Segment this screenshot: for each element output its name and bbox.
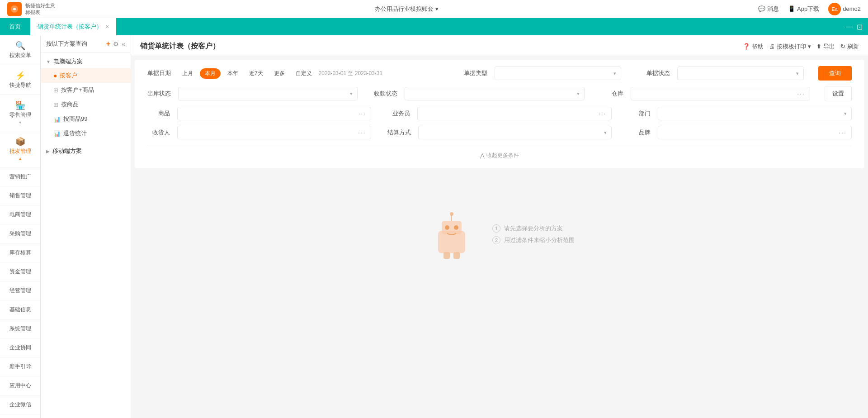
date-last-7days-btn[interactable]: 近7天 — [245, 68, 267, 79]
salesperson-label: 业务员 — [387, 109, 410, 118]
chart2-icon: 📊 — [53, 130, 61, 137]
consignee-select[interactable]: ··· — [177, 126, 371, 139]
sidebar: 🔍 搜索菜单 ⚡ 快捷导航 🏪 零售管理 ▾ 📦 批发管理 ▴ 营销推广 销售管… — [0, 35, 41, 418]
outbound-status-select[interactable]: ▾ — [178, 87, 358, 100]
product-dots-icon: ··· — [359, 110, 367, 117]
settlement-select[interactable]: ▾ — [418, 126, 612, 139]
sidebar-item-search-menu[interactable]: 🔍 搜索菜单 — [0, 35, 40, 65]
sidebar-item-app-center[interactable]: 应用中心 — [0, 376, 40, 395]
sidebar-item-member[interactable]: 畅会员 — [0, 414, 40, 418]
salesperson-select[interactable]: ··· — [417, 107, 611, 120]
tip-num-2: 2 — [492, 236, 500, 244]
sidebar-item-ecommerce[interactable]: 电商管理 — [0, 205, 40, 224]
svg-point-4 — [454, 225, 458, 230]
content-area: 按以下方案查询 + ⚙ « ▼ 电脑端方案 ● 按客户 ⊞ — [41, 35, 868, 418]
refresh-btn[interactable]: ↻ 刷新 — [840, 43, 859, 51]
date-current-month-btn[interactable]: 本月 — [200, 68, 221, 79]
add-scheme-btn[interactable]: + — [106, 40, 110, 48]
scheme-item-by-product[interactable]: ⊞ 按商品 — [41, 97, 131, 112]
department-select[interactable]: ▾ — [658, 107, 852, 120]
scheme-item-by-customer[interactable]: ● 按客户 — [41, 68, 131, 83]
collection-status-select[interactable]: ▾ — [405, 87, 584, 100]
page-header: 销货单统计表（按客户） ❓ 帮助 🖨 按模板打印 ▾ ⬆ 导出 — [131, 35, 868, 56]
sidebar-item-new-guide[interactable]: 新手引导 — [0, 357, 40, 376]
date-last-month-btn[interactable]: 上月 — [178, 68, 197, 79]
page-title: 销货单统计表（按客户） — [140, 42, 220, 51]
scheme-item-return-stats[interactable]: 📊 退货统计 — [41, 126, 131, 141]
tab-home[interactable]: 首页 — [0, 18, 30, 35]
filter-row-2: 出库状态 ▾ 收款状态 ▾ 仓库 ··· — [147, 86, 852, 101]
header-right: 💬 消息 📱 App下载 Ea demo2 — [758, 3, 861, 15]
sidebar-item-purchase[interactable]: 采购管理 — [0, 224, 40, 243]
sidebar-item-operations[interactable]: 经营管理 — [0, 281, 40, 300]
doc-status-select[interactable]: ▾ — [677, 66, 804, 80]
product-select[interactable]: ··· — [177, 107, 371, 120]
svg-rect-5 — [443, 252, 450, 259]
sidebar-item-quick-nav[interactable]: ⚡ 快捷导航 — [0, 65, 40, 95]
settings-btn[interactable]: 设置 — [825, 86, 852, 101]
collection-label: 收款状态 — [374, 90, 397, 98]
logo-text: 畅捷信好生意 标报表 — [25, 2, 55, 15]
sidebar-item-system[interactable]: 系统管理 — [0, 319, 40, 338]
query-btn[interactable]: 查询 — [818, 66, 852, 81]
export-icon: ⬆ — [816, 43, 821, 50]
scheme-item-by-product-99[interactable]: 📊 按商品99 — [41, 112, 131, 126]
doc-status-chevron-icon: ▾ — [796, 71, 799, 76]
expand-arrow-icon: ▼ — [46, 59, 51, 64]
outbound-chevron-icon: ▾ — [350, 91, 353, 97]
tab-close-btn[interactable]: × — [106, 24, 109, 30]
warehouse-select[interactable]: ··· — [631, 87, 810, 100]
doc-type-label: 单据类型 — [464, 69, 487, 77]
collapse-filter-btn[interactable]: ⋀ 收起更多条件 — [147, 149, 852, 162]
sidebar-item-enterprise-collab[interactable]: 企业协同 — [0, 338, 40, 357]
date-custom-btn[interactable]: 自定义 — [292, 68, 316, 79]
doc-type-select[interactable]: ▾ — [495, 66, 621, 80]
refresh-icon: ↻ — [840, 43, 845, 50]
doc-status-label: 单据状态 — [646, 69, 670, 77]
svg-point-8 — [450, 212, 453, 216]
message-btn[interactable]: 💬 消息 — [758, 5, 779, 13]
sidebar-item-wechat[interactable]: 企业微信 — [0, 395, 40, 414]
outbound-label: 出库状态 — [147, 90, 171, 98]
scheme-group-desktop-header[interactable]: ▼ 电脑端方案 — [41, 55, 131, 68]
sidebar-item-sales[interactable]: 销售管理 — [0, 186, 40, 205]
sidebar-item-finance[interactable]: 资金管理 — [0, 262, 40, 281]
sidebar-item-marketing[interactable]: 营销推广 — [0, 167, 40, 186]
consignee-label: 收货人 — [147, 128, 170, 137]
user-profile[interactable]: Ea demo2 — [828, 3, 861, 15]
export-btn[interactable]: ⬆ 导出 — [816, 43, 835, 51]
scheme-group-mobile-header[interactable]: ▶ 移动端方案 — [41, 144, 131, 158]
app-download-btn[interactable]: 📱 App下载 — [788, 5, 819, 13]
print-btn[interactable]: 🖨 按模板打印 ▾ — [769, 43, 811, 51]
empty-state: 1 请先选择要分析的方案 2 用过滤条件来缩小分析范围 — [131, 172, 868, 282]
account-dropdown[interactable]: 办公用品行业模拟账套 ▾ — [375, 5, 439, 13]
sidebar-item-inventory[interactable]: 库存核算 — [0, 243, 40, 262]
print-chevron-icon: ▾ — [808, 43, 811, 50]
chevron-down-icon: ▾ — [435, 5, 439, 12]
left-panel-header: 按以下方案查询 + ⚙ « — [41, 35, 131, 53]
sidebar-item-retail[interactable]: 🏪 零售管理 ▾ — [0, 95, 40, 131]
settings-scheme-btn[interactable]: ⚙ — [113, 40, 119, 48]
right-main: 销货单统计表（按客户） ❓ 帮助 🖨 按模板打印 ▾ ⬆ 导出 — [131, 35, 868, 418]
retail-icon: 🏪 — [4, 100, 37, 110]
grid2-icon: ⊞ — [53, 101, 58, 108]
sidebar-item-wholesale[interactable]: 📦 批发管理 ▴ — [0, 131, 40, 167]
sidebar-item-basic-info[interactable]: 基础信息 — [0, 300, 40, 319]
scheme-item-by-customer-product[interactable]: ⊞ 按客户+商品 — [41, 83, 131, 97]
svg-rect-6 — [453, 252, 460, 259]
avatar: Ea — [828, 3, 841, 15]
help-icon: ❓ — [743, 43, 750, 50]
help-btn[interactable]: ❓ 帮助 — [743, 43, 764, 51]
left-panel-actions: + ⚙ « — [106, 40, 125, 48]
tab-minimize-btn[interactable]: — — [846, 23, 853, 31]
warehouse-dots-icon: ··· — [797, 90, 805, 97]
brand-dots-icon: ··· — [839, 129, 847, 136]
date-current-year-btn[interactable]: 本年 — [223, 68, 242, 79]
brand-select[interactable]: ··· — [658, 126, 852, 139]
date-more-btn[interactable]: 更多 — [270, 68, 289, 79]
collection-chevron-icon: ▾ — [577, 91, 580, 97]
tab-active[interactable]: 销货单统计表（按客户） × — [30, 18, 116, 35]
collapse-panel-btn[interactable]: « — [122, 40, 125, 48]
tab-maximize-btn[interactable]: ⊡ — [857, 23, 863, 31]
print-icon: 🖨 — [769, 43, 775, 50]
